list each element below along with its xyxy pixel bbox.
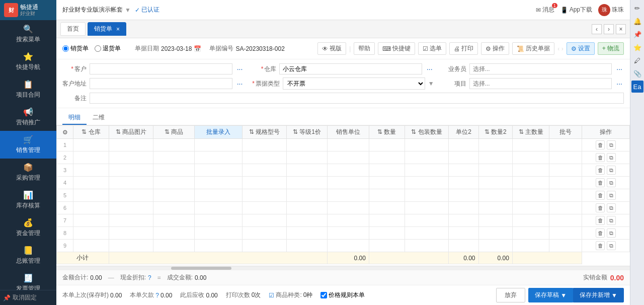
tab-home[interactable]: 首页	[60, 22, 86, 36]
row-warehouse[interactable]	[73, 164, 109, 177]
row-batch-import[interactable]	[195, 177, 242, 189]
row-image[interactable]	[109, 177, 153, 189]
row-copy-icon[interactable]: ⧉	[607, 153, 616, 162]
row-qty2[interactable]	[478, 202, 512, 214]
row-warehouse[interactable]	[73, 151, 109, 164]
row-spec[interactable]	[242, 240, 286, 252]
row-qty2[interactable]	[478, 227, 512, 240]
customer-select-icon[interactable]: ···	[235, 65, 245, 73]
row-batch[interactable]	[549, 202, 582, 214]
row-batch-import[interactable]	[195, 189, 242, 202]
row-product[interactable]	[153, 151, 195, 164]
row-unit2[interactable]	[449, 214, 478, 227]
sidebar-item-quicknav[interactable]: ⭐ 快捷导航	[0, 48, 56, 75]
sidebar-item-inventory[interactable]: 📊 库存核算	[0, 186, 56, 214]
row-qty2[interactable]	[478, 189, 512, 202]
row-product[interactable]	[153, 214, 195, 227]
shortcut-button[interactable]: ⌨ 快捷键	[378, 42, 415, 55]
row-main-qty[interactable]	[512, 164, 549, 177]
right-panel-pin[interactable]: 📌	[631, 28, 643, 40]
row-sale-unit[interactable]	[328, 240, 369, 252]
price-check-input[interactable]	[320, 292, 327, 298]
row-product[interactable]	[153, 139, 195, 151]
row-price1[interactable]	[286, 151, 328, 164]
add-logistics-button[interactable]: + 物流	[598, 42, 624, 55]
sidebar-item-project[interactable]: 📋 项目合同	[0, 75, 56, 103]
row-pack-qty[interactable]	[405, 240, 449, 252]
row-sale-unit[interactable]	[328, 227, 369, 240]
warehouse-input[interactable]	[279, 63, 422, 74]
row-warehouse[interactable]	[73, 177, 109, 189]
right-panel-active[interactable]: Ea	[631, 81, 643, 93]
row-pack-qty[interactable]	[405, 202, 449, 214]
row-batch-import[interactable]	[195, 139, 242, 151]
messages-button[interactable]: ✉ 消息 1	[536, 6, 554, 14]
row-spec[interactable]	[242, 177, 286, 189]
row-pack-qty[interactable]	[405, 151, 449, 164]
view-button[interactable]: 👁 视版	[317, 42, 346, 55]
row-batch-import[interactable]	[195, 151, 242, 164]
row-sale-unit[interactable]	[328, 139, 369, 151]
row-copy-icon[interactable]: ⧉	[607, 140, 616, 149]
row-main-qty[interactable]	[512, 240, 549, 252]
row-qty2[interactable]	[478, 214, 512, 227]
row-sale-unit[interactable]	[328, 202, 369, 214]
row-unit2[interactable]	[449, 164, 478, 177]
row-spec[interactable]	[242, 189, 286, 202]
row-sale-unit[interactable]	[328, 177, 369, 189]
row-product[interactable]	[153, 240, 195, 252]
history-button[interactable]: 📜 历史单据	[512, 42, 554, 55]
row-qty[interactable]	[369, 202, 405, 214]
row-product[interactable]	[153, 202, 195, 214]
row-batch[interactable]	[549, 240, 582, 252]
customer-input[interactable]	[90, 63, 232, 74]
salesperson-select-icon[interactable]: ···	[615, 65, 624, 73]
row-copy-icon[interactable]: ⧉	[607, 166, 616, 175]
row-main-qty[interactable]	[512, 214, 549, 227]
row-batch-import[interactable]	[195, 227, 242, 240]
sidebar-item-sales[interactable]: 🛒 销售管理	[0, 131, 56, 159]
row-pack-qty[interactable]	[405, 189, 449, 202]
tab-2d[interactable]: 二维	[87, 111, 111, 125]
row-main-qty[interactable]	[512, 189, 549, 202]
radio-sale[interactable]: 销货单	[62, 44, 89, 53]
row-warehouse[interactable]	[73, 240, 109, 252]
select-button[interactable]: ☑ 选单	[418, 42, 446, 55]
close-icon[interactable]: ×	[116, 26, 120, 33]
row-copy-icon[interactable]: ⧉	[607, 228, 616, 238]
row-spec[interactable]	[242, 214, 286, 227]
row-unit2[interactable]	[449, 189, 478, 202]
row-batch[interactable]	[549, 151, 582, 164]
row-pack-qty[interactable]	[405, 177, 449, 189]
row-copy-icon[interactable]: ⧉	[607, 216, 616, 225]
row-delete-icon[interactable]: 🗑	[596, 191, 605, 200]
sidebar-unpin[interactable]: 📌 取消固定	[0, 290, 56, 305]
row-main-qty[interactable]	[512, 227, 549, 240]
row-batch[interactable]	[549, 164, 582, 177]
address-select-icon[interactable]: ···	[235, 80, 245, 88]
scrollbar-thumb[interactable]	[171, 267, 231, 270]
row-price1[interactable]	[286, 139, 328, 151]
tab-next-button[interactable]: ›	[604, 24, 614, 34]
print-button[interactable]: 🖨 打印	[449, 42, 478, 55]
row-spec[interactable]	[242, 227, 286, 240]
row-qty[interactable]	[369, 214, 405, 227]
row-copy-icon[interactable]: ⧉	[607, 241, 616, 250]
col-settings[interactable]: ⚙	[57, 126, 73, 139]
row-delete-icon[interactable]: 🗑	[596, 178, 605, 187]
project-input[interactable]	[469, 78, 612, 89]
row-pack-qty[interactable]	[405, 227, 449, 240]
row-batch[interactable]	[549, 227, 582, 240]
row-batch[interactable]	[549, 139, 582, 151]
tab-prev-button[interactable]: ‹	[592, 24, 602, 34]
row-delete-icon[interactable]: 🗑	[596, 241, 605, 250]
row-image[interactable]	[109, 202, 153, 214]
salesperson-input[interactable]	[469, 63, 612, 74]
row-batch-import[interactable]	[195, 202, 242, 214]
row-warehouse[interactable]	[73, 189, 109, 202]
row-qty2[interactable]	[478, 240, 512, 252]
row-warehouse[interactable]	[73, 214, 109, 227]
row-pack-qty[interactable]	[405, 214, 449, 227]
row-delete-icon[interactable]: 🗑	[596, 216, 605, 225]
remark-input[interactable]	[90, 93, 624, 104]
